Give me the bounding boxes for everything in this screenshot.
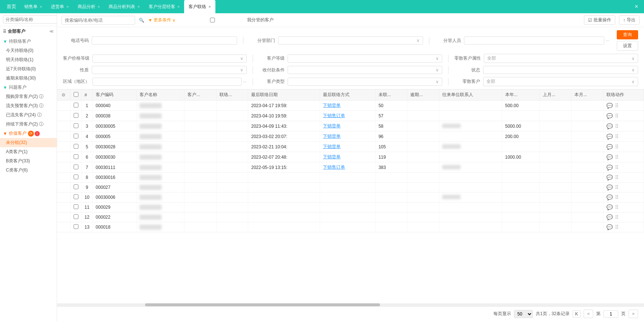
td-last-method[interactable]: 下销售订单 <box>320 162 376 173</box>
contact-msg-icon[interactable]: 💬 <box>606 103 613 109</box>
th-unit-contact[interactable]: 往来单位联系人 <box>439 89 502 100</box>
phone-input[interactable] <box>92 36 237 45</box>
customer-grade-select[interactable]: ∨ <box>288 54 443 63</box>
th-contact[interactable]: 联络... <box>216 89 248 100</box>
contact-msg-icon[interactable]: 💬 <box>606 184 613 190</box>
row-checkbox[interactable] <box>74 214 78 219</box>
contact-grid-icon[interactable]: ⠿ <box>615 134 619 140</box>
td-checkbox[interactable] <box>70 202 81 212</box>
td-checkbox[interactable] <box>70 173 81 183</box>
row-checkbox[interactable] <box>74 144 78 149</box>
contact-method-link[interactable]: 下销货单 <box>323 103 341 108</box>
th-this-year[interactable]: 本年... <box>502 89 539 100</box>
prev-page-btn[interactable]: ＜ <box>584 310 593 318</box>
select-all-checkbox[interactable] <box>74 92 78 97</box>
td-last-method[interactable]: 下销货单 <box>320 131 376 142</box>
sidebar-item-a-class[interactable]: A类客户(1) <box>0 147 57 156</box>
price-grade-select[interactable]: ∨ <box>92 54 247 63</box>
sidebar-item-b-class[interactable]: B类客户(33) <box>0 156 57 166</box>
contact-msg-icon[interactable]: 💬 <box>606 154 613 160</box>
contact-method-link[interactable]: 下销货单 <box>323 154 341 159</box>
td-checkbox[interactable] <box>70 222 81 232</box>
td-last-method[interactable]: 下销售订单 <box>320 111 376 121</box>
horizontal-scrollbar[interactable] <box>57 303 644 306</box>
contact-grid-icon[interactable]: ⠿ <box>615 154 619 160</box>
contact-grid-icon[interactable]: ⠿ <box>615 165 619 170</box>
row-checkbox[interactable] <box>74 194 78 199</box>
sidebar-item-declining[interactable]: 持续下滑客户(2) ⓘ <box>0 120 57 129</box>
td-checkbox[interactable] <box>70 121 81 131</box>
next-page-btn[interactable]: ＞ <box>629 310 638 318</box>
th-code[interactable]: 客户编码 <box>92 89 136 100</box>
reset-btn[interactable]: 设置 <box>617 41 638 51</box>
th-last-method[interactable]: 最后联络方式 <box>320 89 376 100</box>
close-tab-product-list[interactable]: × <box>137 4 140 9</box>
export-btn[interactable]: ↑ 导出 <box>619 15 640 25</box>
manager-input[interactable] <box>464 36 604 45</box>
close-tab-customer-contact[interactable]: × <box>208 4 211 9</box>
dept-select[interactable]: ∨ <box>278 36 423 45</box>
retail-customer-select[interactable]: 全部 ∨ <box>483 77 638 86</box>
sidebar-item-tomorrow[interactable]: 明天待联络(1) <box>0 55 57 64</box>
close-tab-product-analysis[interactable]: × <box>98 4 100 9</box>
contact-grid-icon[interactable]: ⠿ <box>615 184 619 190</box>
contact-method-link[interactable]: 下销售订单 <box>323 165 345 170</box>
row-checkbox[interactable] <box>74 154 78 159</box>
td-checkbox[interactable] <box>70 100 81 111</box>
row-checkbox[interactable] <box>74 174 78 179</box>
contact-grid-icon[interactable]: ⠿ <box>615 103 619 109</box>
sidebar-item-ungroup[interactable]: 未分组(32) <box>0 138 57 147</box>
sidebar-item-abnormal[interactable]: 囤购异常客户(2) ⓘ <box>0 92 57 101</box>
close-tab-purchase[interactable]: × <box>66 4 68 9</box>
th-overdue[interactable]: 逾期... <box>407 89 439 100</box>
payment-select[interactable]: ∨ <box>288 66 443 74</box>
td-last-method[interactable]: 下销货单 <box>320 121 376 131</box>
th-name[interactable]: 客户名称 <box>137 89 184 100</box>
th-last-date[interactable]: 最后联络日期 <box>248 89 320 100</box>
sidebar-collapse-btn[interactable]: ≪ <box>49 29 54 34</box>
nav-tab-purchase[interactable]: 进货单 × <box>46 0 73 13</box>
th-this-month[interactable]: 本月... <box>571 89 603 100</box>
contact-msg-icon[interactable]: 💬 <box>606 204 613 210</box>
contact-method-link[interactable]: 下销货单 <box>323 144 341 149</box>
region-more-btn[interactable]: ··· <box>243 79 247 84</box>
scrollbar-thumb[interactable] <box>145 303 380 306</box>
th-settings[interactable]: ⚙ <box>57 89 70 100</box>
row-checkbox[interactable] <box>74 224 78 229</box>
nav-tab-product-list[interactable]: 商品分析列表 × <box>104 0 144 13</box>
contact-grid-icon[interactable]: ⠿ <box>615 224 619 230</box>
sidebar-item-7days[interactable]: 近7天待联络(0) <box>0 64 57 74</box>
my-customers-checkbox[interactable] <box>179 18 246 22</box>
th-type[interactable]: 客户... <box>184 89 216 100</box>
first-page-btn[interactable]: K <box>573 310 581 318</box>
my-customers-checkbox-label[interactable]: 我分管的客户 <box>179 17 274 23</box>
nav-tab-customer-contact[interactable]: 客户联络 × <box>184 0 215 13</box>
retail-attr-select[interactable]: 全部 ∨ <box>484 54 638 63</box>
row-checkbox[interactable] <box>74 103 78 107</box>
query-btn[interactable]: 查询 <box>617 30 638 39</box>
contact-msg-icon[interactable]: 💬 <box>606 194 613 200</box>
td-checkbox[interactable] <box>70 111 81 121</box>
td-last-method[interactable]: 下销货单 <box>320 152 376 162</box>
contact-msg-icon[interactable]: 💬 <box>606 134 613 140</box>
contact-grid-icon[interactable]: ⠿ <box>615 194 619 200</box>
sidebar-item-c-class[interactable]: C类客户(6) <box>0 166 57 175</box>
section-value-customers[interactable]: ▼ 价值客户 ⟳ ! <box>0 129 57 138</box>
status-select[interactable]: ∨ <box>483 66 638 74</box>
close-tab-customer-tier[interactable]: × <box>177 4 180 9</box>
row-checkbox[interactable] <box>74 134 78 138</box>
customer-type-select[interactable]: ∨ <box>288 78 443 86</box>
contact-method-link[interactable]: 下销货单 <box>323 123 341 128</box>
per-page-select[interactable]: 50 100 <box>514 310 533 318</box>
contact-grid-icon[interactable]: ⠿ <box>615 174 619 180</box>
section-problem-customers[interactable]: ▼ 问题客户 <box>0 83 57 92</box>
contact-msg-icon[interactable]: 💬 <box>606 224 613 230</box>
region-input[interactable] <box>92 78 242 86</box>
contact-msg-icon[interactable]: 💬 <box>606 123 613 129</box>
contact-msg-icon[interactable]: 💬 <box>606 165 613 170</box>
row-checkbox[interactable] <box>74 184 78 189</box>
contact-grid-icon[interactable]: ⠿ <box>615 204 619 210</box>
contact-msg-icon[interactable]: 💬 <box>606 174 613 180</box>
all-customers-header[interactable]: ⠿ 全部客户 ≪ <box>0 26 57 37</box>
td-checkbox[interactable] <box>70 131 81 142</box>
